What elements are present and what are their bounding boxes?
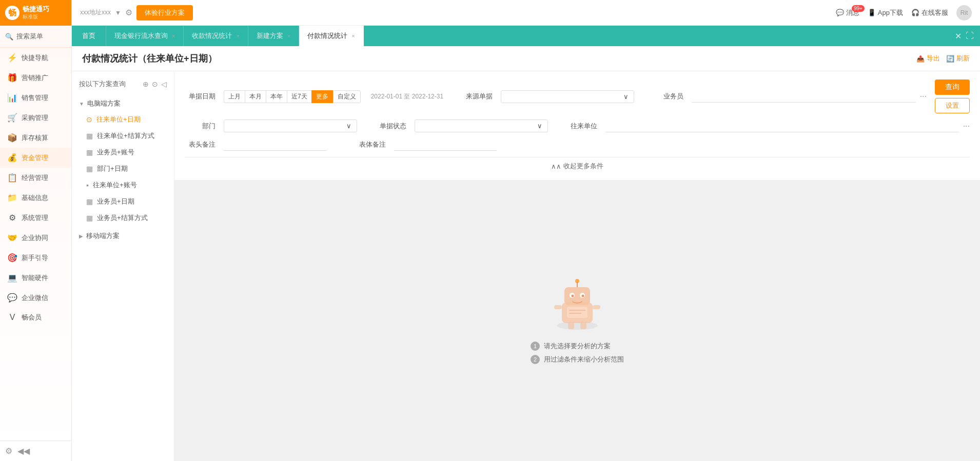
main-content: 按以下方案查询 ⊕ ⊙ ◁ ▼ 电脑端方案 ⊙ 往来单位+日期 xyxy=(72,71,980,461)
filter-container: 单据日期 上月 本月 本年 近7天 更多 自定义 2022-01-01 至 20… xyxy=(174,71,980,180)
mobile-scheme-group: ▶ 移动端方案 xyxy=(72,228,174,244)
unit-dots[interactable]: ··· xyxy=(963,122,970,131)
collapse-scheme-icon[interactable]: ◁ xyxy=(161,80,167,88)
staff-input[interactable] xyxy=(692,90,916,103)
page-title: 付款情况统计（往来单位+日期） xyxy=(82,52,217,65)
tab-home[interactable]: 首页 xyxy=(72,26,106,46)
filter-actions: 查询 设置 xyxy=(935,79,970,113)
header-note-input[interactable] xyxy=(224,138,326,151)
unit-input[interactable] xyxy=(605,120,959,132)
scheme-icon-staff-settle: ▦ xyxy=(86,214,93,222)
tab-close-new-scheme[interactable]: × xyxy=(287,33,290,39)
svg-rect-10 xyxy=(593,305,600,309)
online-service-button[interactable]: 🎧 在线客服 xyxy=(911,8,948,17)
scheme-item-unit-date[interactable]: ⊙ 往来单位+日期 xyxy=(72,111,174,128)
scheme-item-unit-account[interactable]: ▪ 往来单位+账号 xyxy=(72,177,174,193)
dept-dropdown-icon: ∨ xyxy=(346,122,351,130)
header-gear-icon[interactable]: ⚙ xyxy=(125,8,132,17)
source-select[interactable]: ∨ xyxy=(501,90,634,103)
scheme-item-dept-date[interactable]: ▦ 部门+日期 xyxy=(72,161,174,177)
tab-payment-stat[interactable]: 付款情况统计 × xyxy=(299,26,363,46)
query-button[interactable]: 查询 xyxy=(935,79,970,95)
date-btn-custom[interactable]: 自定义 xyxy=(333,90,361,103)
tip-num-2: 2 xyxy=(531,355,540,364)
sidebar-item-hardware[interactable]: 💻 智能硬件 xyxy=(0,268,71,288)
tab-cash-flow[interactable]: 现金银行流水查询 × xyxy=(106,26,184,46)
date-buttons: 上月 本月 本年 近7天 更多 自定义 xyxy=(224,90,361,103)
settings-bottom-icon[interactable]: ⚙ xyxy=(5,446,12,456)
doc-status-dropdown-icon: ∨ xyxy=(537,122,542,130)
dept-select[interactable]: ∨ xyxy=(224,119,357,132)
dept-label: 部门 xyxy=(185,122,215,131)
sidebar-item-marketing[interactable]: 🎁 营销推广 xyxy=(0,68,71,88)
staff-dots[interactable]: ··· xyxy=(920,92,927,101)
body-note-input[interactable] xyxy=(394,138,497,151)
sidebar-item-wechat[interactable]: 💬 企业微信 xyxy=(0,288,71,308)
pc-group-header[interactable]: ▼ 电脑端方案 xyxy=(72,96,174,111)
refresh-button[interactable]: 🔄 刷新 xyxy=(946,54,970,63)
date-btn-7days[interactable]: 近7天 xyxy=(287,90,311,103)
search-menu-button[interactable]: 🔍 搜索菜单 xyxy=(5,30,66,43)
export-button[interactable]: 📤 导出 xyxy=(916,54,940,63)
sidebar-search[interactable]: 🔍 搜索菜单 xyxy=(0,26,71,48)
scheme-item-staff-date[interactable]: ▦ 业务员+日期 xyxy=(72,193,174,210)
staff-field-wrapper: ··· xyxy=(692,90,927,103)
date-btn-this-month[interactable]: 本月 xyxy=(245,90,266,103)
date-label: 单据日期 xyxy=(185,92,215,101)
collapse-sidebar-icon[interactable]: ◀◀ xyxy=(17,446,30,456)
tab-fullscreen-icon[interactable]: ⛶ xyxy=(966,31,974,41)
result-area: 1 请先选择要分析的方案 2 用过滤条件来缩小分析范围 xyxy=(174,180,980,461)
tab-receivable[interactable]: 收款情况统计 × xyxy=(184,26,248,46)
user-avatar[interactable]: Rit xyxy=(956,5,972,21)
sidebar-item-vip[interactable]: V 畅会员 xyxy=(0,308,71,327)
sidebar-item-purchase[interactable]: 🛒 采购管理 xyxy=(0,108,71,128)
empty-illustration: 1 请先选择要分析的方案 2 用过滤条件来缩小分析范围 xyxy=(531,277,624,364)
sidebar-item-finance[interactable]: 💰 资金管理 xyxy=(0,148,71,168)
tab-close-cash-flow[interactable]: × xyxy=(172,33,175,39)
svg-rect-13 xyxy=(567,307,587,318)
header-dropdown-arrow[interactable]: ▼ xyxy=(115,9,121,16)
wechat-icon: 💬 xyxy=(7,293,17,303)
sidebar-item-operation[interactable]: 📋 经营管理 xyxy=(0,168,71,188)
header-left: xxx地址xxx ▼ ⚙ 体验行业方案 xyxy=(80,5,830,21)
message-button[interactable]: 💬 消息 99+ xyxy=(836,8,859,17)
mobile-group-header[interactable]: ▶ 移动端方案 xyxy=(72,228,174,244)
sidebar-item-quick-nav[interactable]: ⚡ 快捷导航 xyxy=(0,48,71,68)
sales-icon: 📊 xyxy=(7,93,17,103)
tab-close-payment-stat[interactable]: × xyxy=(351,33,355,39)
tab-close-all-icon[interactable]: ✕ xyxy=(955,31,962,41)
export-icon: 📤 xyxy=(916,55,925,63)
scheme-item-unit-settle[interactable]: ▦ 往来单位+结算方式 xyxy=(72,128,174,144)
scheme-icon-unit-settle: ▦ xyxy=(86,132,93,140)
sidebar-item-inventory[interactable]: 📦 库存核算 xyxy=(0,128,71,148)
collapse-bar[interactable]: ∧∧ 收起更多条件 xyxy=(185,157,970,175)
top-header: xxx地址xxx ▼ ⚙ 体验行业方案 💬 消息 99+ 📱 App下载 🎧 在… xyxy=(72,0,980,26)
app-download-button[interactable]: 📱 App下载 xyxy=(868,8,903,17)
scheme-item-staff-settle[interactable]: ▦ 业务员+结算方式 xyxy=(72,210,174,226)
page-title-bar: 付款情况统计（往来单位+日期） 📤 导出 🔄 刷新 xyxy=(72,46,980,71)
date-btn-more[interactable]: 更多 xyxy=(311,90,333,103)
doc-status-select[interactable]: ∨ xyxy=(415,119,548,132)
sidebar-item-basic-info[interactable]: 📁 基础信息 xyxy=(0,188,71,208)
scheme-item-staff-account[interactable]: ▦ 业务员+账号 xyxy=(72,144,174,161)
collapse-arrow-icon: ∧∧ xyxy=(551,163,561,170)
tab-new-scheme[interactable]: 新建方案 × xyxy=(248,26,299,46)
date-btn-this-year[interactable]: 本年 xyxy=(266,90,287,103)
body-note-label: 表体备注 xyxy=(355,140,386,149)
tab-close-receivable[interactable]: × xyxy=(236,33,239,39)
finance-icon: 💰 xyxy=(7,153,17,163)
sidebar-item-enterprise[interactable]: 🤝 企业协同 xyxy=(0,228,71,248)
scheme-panel-icons: ⊕ ⊙ ◁ xyxy=(143,80,167,88)
inventory-icon: 📦 xyxy=(7,133,17,143)
try-industry-button[interactable]: 体验行业方案 xyxy=(136,5,193,21)
svg-rect-12 xyxy=(580,322,586,329)
settings-button[interactable]: 设置 xyxy=(935,98,970,113)
pc-group-arrow: ▼ xyxy=(79,101,84,107)
sidebar-item-sales[interactable]: 📊 销售管理 xyxy=(0,88,71,108)
sidebar-item-system[interactable]: ⚙ 系统管理 xyxy=(0,208,71,228)
add-scheme-icon[interactable]: ⊕ xyxy=(143,80,149,88)
settings-scheme-icon[interactable]: ⊙ xyxy=(152,80,158,88)
date-btn-last-month[interactable]: 上月 xyxy=(224,90,245,103)
system-icon: ⚙ xyxy=(7,213,17,223)
sidebar-item-guide[interactable]: 🎯 新手引导 xyxy=(0,248,71,268)
